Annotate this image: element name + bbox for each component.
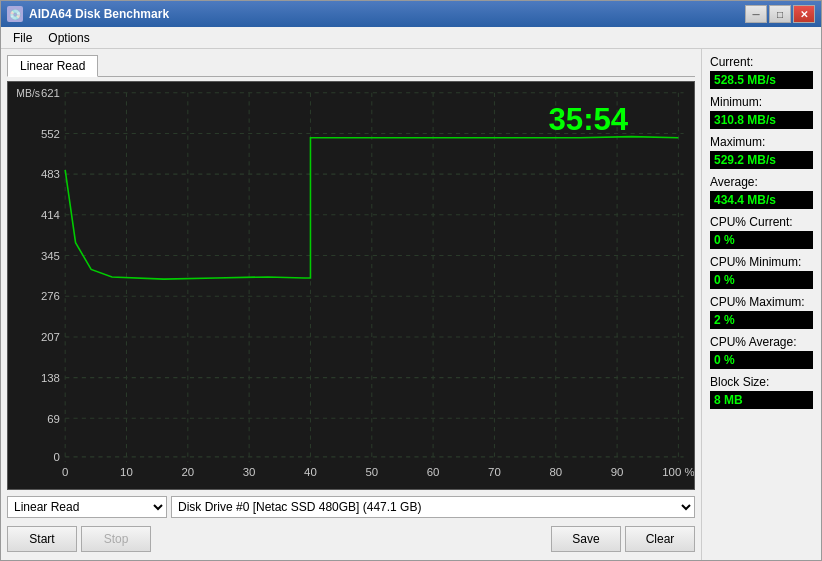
stat-current: Current: 528.5 MB/s <box>710 55 813 89</box>
menu-file[interactable]: File <box>5 29 40 47</box>
svg-text:207: 207 <box>41 330 60 343</box>
svg-text:MB/s: MB/s <box>16 87 40 99</box>
title-bar: 💿 AIDA64 Disk Benchmark ─ □ ✕ <box>1 1 821 27</box>
tab-linear-read[interactable]: Linear Read <box>7 55 98 77</box>
svg-text:10: 10 <box>120 465 133 478</box>
svg-text:69: 69 <box>47 411 60 424</box>
button-controls: Start Stop Save Clear <box>7 524 695 554</box>
menu-options[interactable]: Options <box>40 29 97 47</box>
stat-minimum: Minimum: 310.8 MB/s <box>710 95 813 129</box>
stat-average: Average: 434.4 MB/s <box>710 175 813 209</box>
title-bar-controls: ─ □ ✕ <box>745 5 815 23</box>
svg-text:0: 0 <box>54 450 60 463</box>
svg-text:20: 20 <box>181 465 194 478</box>
title-bar-left: 💿 AIDA64 Disk Benchmark <box>7 6 169 22</box>
stat-cpu-maximum: CPU% Maximum: 2 % <box>710 295 813 329</box>
current-value: 528.5 MB/s <box>710 71 813 89</box>
disk-dropdown[interactable]: Disk Drive #0 [Netac SSD 480GB] (447.1 G… <box>171 496 695 518</box>
test-type-dropdown[interactable]: Linear Read <box>7 496 167 518</box>
svg-text:276: 276 <box>41 289 60 302</box>
stat-cpu-current: CPU% Current: 0 % <box>710 215 813 249</box>
cpu-average-label: CPU% Average: <box>710 335 813 349</box>
stop-button[interactable]: Stop <box>81 526 151 552</box>
cpu-minimum-label: CPU% Minimum: <box>710 255 813 269</box>
stat-block-size: Block Size: 8 MB <box>710 375 813 409</box>
average-value: 434.4 MB/s <box>710 191 813 209</box>
tab-bar: Linear Read <box>7 55 695 77</box>
block-size-label: Block Size: <box>710 375 813 389</box>
svg-text:138: 138 <box>41 371 60 384</box>
content-area: Linear Read <box>1 49 821 560</box>
svg-text:414: 414 <box>41 208 61 221</box>
block-size-value: 8 MB <box>710 391 813 409</box>
stat-cpu-minimum: CPU% Minimum: 0 % <box>710 255 813 289</box>
cpu-minimum-value: 0 % <box>710 271 813 289</box>
svg-rect-0 <box>8 82 694 489</box>
average-label: Average: <box>710 175 813 189</box>
maximum-label: Maximum: <box>710 135 813 149</box>
stat-cpu-average: CPU% Average: 0 % <box>710 335 813 369</box>
stat-maximum: Maximum: 529.2 MB/s <box>710 135 813 169</box>
start-button[interactable]: Start <box>7 526 77 552</box>
cpu-maximum-label: CPU% Maximum: <box>710 295 813 309</box>
main-window: 💿 AIDA64 Disk Benchmark ─ □ ✕ File Optio… <box>0 0 822 561</box>
maximum-value: 529.2 MB/s <box>710 151 813 169</box>
svg-text:90: 90 <box>611 465 624 478</box>
right-panel: Current: 528.5 MB/s Minimum: 310.8 MB/s … <box>701 49 821 560</box>
svg-text:552: 552 <box>41 127 60 140</box>
cpu-current-value: 0 % <box>710 231 813 249</box>
svg-text:483: 483 <box>41 167 60 180</box>
svg-text:35:54: 35:54 <box>548 101 628 138</box>
clear-button[interactable]: Clear <box>625 526 695 552</box>
main-panel: Linear Read <box>1 49 701 560</box>
cpu-current-label: CPU% Current: <box>710 215 813 229</box>
window-title: AIDA64 Disk Benchmark <box>29 7 169 21</box>
svg-text:60: 60 <box>427 465 440 478</box>
close-button[interactable]: ✕ <box>793 5 815 23</box>
svg-text:70: 70 <box>488 465 501 478</box>
chart-container: 621 552 483 414 345 276 207 138 69 0 MB/… <box>7 81 695 490</box>
current-label: Current: <box>710 55 813 69</box>
svg-text:621: 621 <box>41 86 60 99</box>
menu-bar: File Options <box>1 27 821 49</box>
maximize-button[interactable]: □ <box>769 5 791 23</box>
minimum-value: 310.8 MB/s <box>710 111 813 129</box>
minimize-button[interactable]: ─ <box>745 5 767 23</box>
svg-text:30: 30 <box>243 465 256 478</box>
save-button[interactable]: Save <box>551 526 621 552</box>
svg-text:40: 40 <box>304 465 317 478</box>
chart-svg: 621 552 483 414 345 276 207 138 69 0 MB/… <box>8 82 694 489</box>
minimum-label: Minimum: <box>710 95 813 109</box>
svg-text:0: 0 <box>62 465 68 478</box>
svg-text:100 %: 100 % <box>662 465 694 478</box>
app-icon: 💿 <box>7 6 23 22</box>
bottom-controls: Linear Read Disk Drive #0 [Netac SSD 480… <box>7 494 695 520</box>
cpu-maximum-value: 2 % <box>710 311 813 329</box>
cpu-average-value: 0 % <box>710 351 813 369</box>
svg-text:345: 345 <box>41 249 60 262</box>
svg-text:80: 80 <box>549 465 562 478</box>
svg-text:50: 50 <box>365 465 378 478</box>
